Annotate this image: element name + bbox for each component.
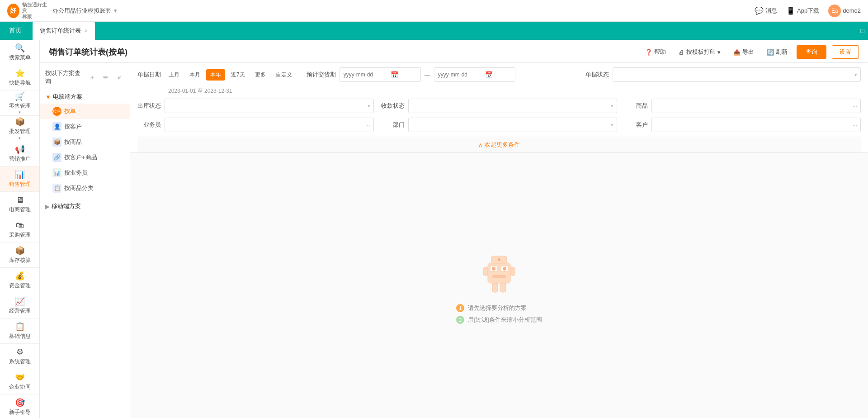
- scheme-item-by-customer-product[interactable]: 🔗 按客户+商品: [40, 150, 130, 165]
- calendar-end-icon[interactable]: 📅: [485, 71, 493, 78]
- mobile-group-header[interactable]: ▶ 移动端方案: [40, 200, 130, 213]
- help-btn[interactable]: ❓ 帮助: [642, 46, 670, 58]
- by-customer-product-icon: 🔗: [52, 153, 61, 162]
- date-btn-last-month[interactable]: 上月: [165, 69, 184, 81]
- sidebar-item-operations[interactable]: 📈 经营管理: [0, 293, 39, 318]
- customer-label: 客户: [624, 121, 648, 129]
- tab-maximize-icon[interactable]: □: [861, 27, 864, 34]
- inner-layout: 按以下方案查询 ＋ ✏ « ▼ 电脑端方案: [40, 63, 868, 418]
- print-dropdown-icon: ▾: [717, 49, 721, 56]
- sidebar-item-purchase-mgmt[interactable]: 🛍 采购管理: [0, 217, 39, 242]
- refresh-btn[interactable]: 🔄 刷新: [763, 46, 791, 58]
- date-btn-custom[interactable]: 自定义: [272, 69, 296, 81]
- shipment-status-input[interactable]: [165, 99, 374, 113]
- sidebar-item-marketing[interactable]: 📢 营销推广: [0, 141, 39, 166]
- calendar-start-icon[interactable]: 📅: [391, 71, 398, 78]
- wholesale-mgmt-icon: 📦: [15, 117, 25, 127]
- by-product-category-icon: 📋: [52, 184, 61, 193]
- sidebar-item-finance[interactable]: 💰 资金管理: [0, 268, 39, 293]
- page-title: 销售订单统计表(按单): [49, 47, 127, 57]
- avatar: Ea: [828, 5, 841, 17]
- empty-illustration: [476, 247, 522, 297]
- app-download-btn[interactable]: 📱 App下载: [786, 6, 819, 15]
- sidebar-item-search-menu[interactable]: 🔍 搜索菜单: [0, 40, 39, 65]
- scheme-item-by-salesperson[interactable]: 📊 按业务员: [40, 165, 130, 180]
- date-btn-more[interactable]: 更多: [251, 69, 270, 81]
- collapse-icon: «: [118, 74, 121, 81]
- page-actions: ❓ 帮助 🖨 按模板打印 ▾ 📤 导出 🔄 刷新 查询 设置: [642, 45, 859, 59]
- desktop-scheme-group: ▼ 电脑端方案 按单 按单 👤 按客户: [40, 88, 130, 198]
- collapse-panel-btn[interactable]: «: [114, 72, 124, 82]
- tab-home[interactable]: 首页: [0, 22, 31, 40]
- date-btn-this-month[interactable]: 本月: [185, 69, 204, 81]
- salesperson-label: 业务员: [137, 121, 161, 129]
- salesperson-input-wrap: ···: [165, 118, 374, 132]
- sidebar-item-system-mgmt[interactable]: ⚙ 系统管理: [0, 344, 39, 369]
- sales-mgmt-icon: 📊: [15, 170, 25, 180]
- filter-area: 单据日期 上月 本月 本年 近7天 更多 自定义: [130, 63, 868, 153]
- expected-date-end-input[interactable]: [438, 71, 483, 78]
- purchase-mgmt-icon: 🛍: [16, 221, 24, 230]
- sidebar-item-wholesale-mgmt[interactable]: 📦 批发管理 ▴: [0, 116, 39, 141]
- scheme-item-by-product[interactable]: 📦 按商品: [40, 134, 130, 150]
- add-icon: ＋: [89, 73, 95, 81]
- edit-icon: ✏: [103, 74, 108, 81]
- settings-btn[interactable]: 设置: [832, 45, 859, 59]
- add-scheme-btn[interactable]: ＋: [87, 72, 97, 82]
- tab-close-icon[interactable]: ×: [85, 28, 88, 34]
- expected-date-start-input[interactable]: [344, 71, 389, 78]
- tab-sales-order-stats[interactable]: 销售订单统计表 ×: [33, 22, 95, 40]
- dropdown-icon[interactable]: ▾: [114, 7, 117, 14]
- page-header: 销售订单统计表(按单) ❓ 帮助 🖨 按模板打印 ▾ 📤 导出 🔄 刷新: [40, 40, 868, 63]
- scheme-item-by-product-category[interactable]: 📋 按商品分类: [40, 180, 130, 196]
- sidebar-item-basic-info[interactable]: 📋 基础信息: [0, 318, 39, 344]
- sidebar-item-quick-nav[interactable]: ⭐ 快捷导航: [0, 65, 39, 90]
- collapse-arrow-icon: ∧: [478, 142, 483, 148]
- customer-input[interactable]: [651, 118, 861, 132]
- date-btn-this-year[interactable]: 本年: [206, 69, 225, 81]
- by-customer-icon: 👤: [52, 122, 61, 131]
- message-btn[interactable]: 💬 消息: [755, 6, 777, 15]
- svg-rect-9: [500, 283, 506, 292]
- product-input[interactable]: [651, 99, 861, 113]
- salesperson-input[interactable]: [165, 118, 374, 132]
- scheme-item-by-customer[interactable]: 👤 按客户: [40, 119, 130, 134]
- bill-status-input-wrap: ▾: [613, 67, 861, 82]
- scheme-item-by-order[interactable]: 按单 按单: [40, 104, 130, 119]
- date-dash: —: [425, 71, 430, 78]
- user-menu[interactable]: Ea demo2: [828, 5, 861, 17]
- print-icon: 🖨: [679, 49, 684, 56]
- department-input[interactable]: [408, 118, 618, 132]
- edit-scheme-btn[interactable]: ✏: [101, 72, 111, 82]
- payment-status-input[interactable]: [408, 99, 618, 113]
- tab-minimize-icon[interactable]: ─: [853, 27, 857, 34]
- export-btn[interactable]: 📤 导出: [730, 46, 758, 58]
- sidebar-item-ecommerce[interactable]: 🖥 电商管理: [0, 192, 39, 217]
- template-print-btn[interactable]: 🖨 按模板打印 ▾: [675, 46, 724, 58]
- logo-icon: 好: [7, 4, 19, 18]
- retail-mgmt-icon: 🛒: [15, 91, 25, 101]
- svg-point-11: [498, 258, 500, 261]
- sidebar-item-sales-mgmt[interactable]: 📊 销售管理: [0, 166, 39, 192]
- app-title[interactable]: 办公用品行业模拟账套 ▾: [52, 7, 755, 15]
- desktop-group-header[interactable]: ▼ 电脑端方案: [40, 90, 130, 104]
- salesperson-field: 业务员 ···: [137, 118, 374, 132]
- expected-date-start-wrap[interactable]: 📅: [340, 67, 421, 82]
- collapse-bar[interactable]: ∧ 收起更多条件: [137, 137, 861, 152]
- logo: 好 畅捷通好生意 标版: [7, 2, 47, 20]
- data-area: 1 请先选择要分析的方案 2 用[过滤]条件来缩小分析范围: [130, 153, 868, 418]
- svg-rect-7: [510, 267, 515, 276]
- query-btn[interactable]: 查询: [797, 45, 826, 59]
- empty-tips: 1 请先选择要分析的方案 2 用[过滤]条件来缩小分析范围: [456, 304, 542, 324]
- enterprise-icon: 🤝: [15, 372, 25, 382]
- sidebar-item-new-guide[interactable]: 🎯 新手引导: [0, 394, 39, 418]
- logo-text: 畅捷通好生意 标版: [22, 2, 47, 20]
- expected-date-end-wrap[interactable]: 📅: [434, 67, 515, 82]
- sidebar-item-retail-mgmt[interactable]: 🛒 零售管理 ▾: [0, 90, 39, 116]
- date-btn-last-7days[interactable]: 近7天: [227, 69, 249, 81]
- product-input-wrap: ···: [651, 99, 861, 113]
- sidebar-item-inventory[interactable]: 📦 库存核算: [0, 242, 39, 268]
- bill-status-input[interactable]: [613, 67, 861, 82]
- bill-date-field: 单据日期 上月 本月 本年 近7天 更多 自定义: [137, 69, 296, 81]
- sidebar-item-enterprise[interactable]: 🤝 企业协同: [0, 369, 39, 394]
